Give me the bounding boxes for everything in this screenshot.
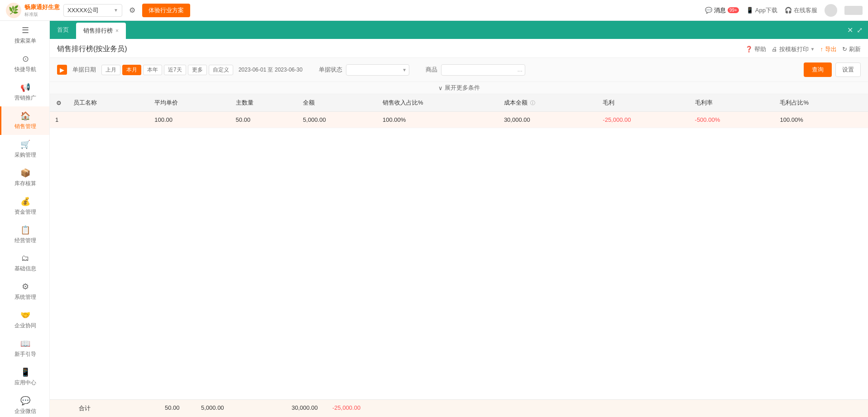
sidebar-label: 营销推广 (14, 94, 36, 102)
col-profit-ratio: 毛利占比% (774, 94, 868, 112)
footer-sales-ratio-cell (236, 404, 286, 412)
finance-icon: 💰 (20, 197, 30, 206)
date-custom-btn[interactable]: 自定义 (209, 65, 233, 75)
footer-cost: 30,000.00 (286, 404, 327, 412)
sidebar-label: 新手引导 (14, 350, 36, 358)
chevron-down-icon: ▼ (114, 8, 118, 13)
query-action-area: 查询 设置 (804, 62, 861, 77)
expand-window-icon[interactable]: ⤢ (857, 26, 863, 34)
online-service-btn[interactable]: 🎧 在线客服 (785, 6, 817, 14)
active-tab-label: 销售排行榜 (83, 27, 113, 35)
sidebar-item-guide[interactable]: 📖 新手引导 (0, 334, 49, 363)
sidebar-item-operations[interactable]: 📋 经营管理 (0, 220, 49, 249)
inventory-icon: 📦 (20, 168, 30, 178)
expand-more-btn[interactable]: ∨ 展开更多条件 (438, 84, 480, 92)
col-amount: 全额 (297, 94, 377, 112)
status-select[interactable] (346, 64, 409, 76)
settings-icon[interactable]: ⚙ (126, 4, 139, 17)
date-last-month-btn[interactable]: 上月 (101, 65, 120, 75)
sidebar-item-finance[interactable]: 💰 资金管理 (0, 192, 49, 220)
col-settings: ⚙ (50, 94, 68, 112)
date-last-7-days-btn[interactable]: 近7天 (164, 65, 186, 75)
table-header-row: ⚙ 员工名称 平均单价 主数量 全额 销售收入占比% 成本全额 ⓘ 毛利 毛利率… (50, 94, 868, 112)
sidebar-label: 采购管理 (14, 151, 36, 159)
filter-toggle-btn[interactable]: ▶ (57, 65, 67, 75)
footer-qty: 50.00 (159, 404, 196, 412)
logo-title: 畅康通好生意 (24, 3, 60, 11)
expand-bar: ∨ 展开更多条件 (50, 82, 868, 94)
cell-rank: 1 (50, 112, 68, 128)
col-cost: 成本全额 ⓘ (499, 94, 597, 112)
sidebar-item-enterprise[interactable]: 🤝 企业协同 (0, 306, 49, 334)
col-profit: 毛利 (597, 94, 689, 112)
main-layout: ☰ 搜索菜单 ⊙ 快捷导航 📢 营销推广 🏠 销售管理 🛒 采购管理 📦 库存核… (0, 21, 868, 417)
marketing-icon: 📢 (20, 82, 30, 92)
sidebar-item-app-center[interactable]: 📱 应用中心 (0, 363, 49, 391)
cell-cost: 30,000.00 (499, 112, 597, 128)
goods-input[interactable] (441, 64, 525, 76)
refresh-btn[interactable]: ↻ 刷新 (842, 45, 861, 53)
cell-profit-ratio: 100.00% (774, 112, 868, 128)
print-icon: 🖨 (772, 46, 777, 53)
sidebar-label: 销售管理 (14, 123, 36, 130)
export-label: 导出 (825, 45, 837, 53)
template-print-btn[interactable]: 🖨 按模板打印 ▼ (772, 45, 815, 53)
tab-sales-rank[interactable]: 销售排行榜 × (76, 23, 126, 39)
user-name[interactable] (844, 6, 863, 15)
online-service-label: 在线客服 (794, 6, 817, 14)
sidebar-item-purchase[interactable]: 🛒 采购管理 (0, 135, 49, 163)
sidebar-item-inventory[interactable]: 📦 库存核算 (0, 163, 49, 192)
home-tab-label: 首页 (57, 26, 69, 34)
page-title: 销售排行榜(按业务员) (57, 44, 127, 54)
tab-home[interactable]: 首页 (50, 21, 76, 39)
sidebar-item-sales[interactable]: 🏠 销售管理 (0, 106, 49, 135)
close-window-icon[interactable]: ✕ (847, 26, 853, 34)
sidebar-label: 快捷导航 (14, 66, 36, 73)
message-badge: 99+ (728, 7, 739, 13)
date-current-year-btn[interactable]: 本年 (143, 65, 162, 75)
sales-icon: 🏠 (20, 111, 30, 121)
message-area[interactable]: 💬 消息 99+ (705, 6, 739, 14)
trial-button[interactable]: 体验行业方案 (142, 4, 190, 17)
app-download-label: App下载 (755, 6, 777, 14)
logo-icon: 🌿 (5, 2, 22, 19)
sidebar-item-wechat[interactable]: 💬 企业微信 (0, 391, 49, 417)
query-button[interactable]: 查询 (804, 62, 832, 77)
page-header: 销售排行榜(按业务员) ❓ 帮助 🖨 按模板打印 ▼ ↑ 导出 (50, 39, 868, 58)
goods-filter-wrapper: 商品 … (426, 64, 525, 76)
message-icon: 💬 (705, 7, 712, 14)
sidebar-item-marketing[interactable]: 📢 营销推广 (0, 78, 49, 106)
goods-more-icon: … (517, 67, 523, 73)
sidebar-item-search-order[interactable]: ☰ 搜索菜单 (0, 21, 49, 49)
help-btn[interactable]: ❓ 帮助 (745, 45, 766, 53)
company-selector[interactable]: XXXXX公司 ▼ (63, 4, 122, 17)
col-employee: 员工名称 (68, 94, 149, 112)
table-row: 1 100.00 50.00 5,000.00 100.00% 30,000.0… (50, 112, 868, 128)
avatar[interactable] (825, 4, 837, 17)
sidebar-item-basic-info[interactable]: 🗂 基础信息 (0, 249, 49, 277)
app-download-btn[interactable]: 📱 App下载 (746, 6, 777, 14)
guide-icon: 📖 (20, 339, 30, 349)
page-content: 销售排行榜(按业务员) ❓ 帮助 🖨 按模板打印 ▼ ↑ 导出 (50, 39, 868, 417)
sidebar-label: 库存核算 (14, 180, 36, 187)
date-current-month-btn[interactable]: 本月 (122, 65, 141, 75)
sidebar-label: 企业微信 (14, 407, 36, 415)
footer-settings-cell (55, 404, 73, 412)
filter-row-1: ▶ 单据日期 上月 本月 本年 近7天 更多 自定义 2023-06-01 至 … (57, 62, 861, 77)
table-wrapper: ⚙ 员工名称 平均单价 主数量 全额 销售收入占比% 成本全额 ⓘ 毛利 毛利率… (50, 94, 868, 399)
sidebar-label: 搜索菜单 (14, 37, 36, 45)
column-settings-icon[interactable]: ⚙ (56, 100, 62, 106)
cost-info-icon[interactable]: ⓘ (530, 100, 535, 105)
company-name: XXXXX公司 (67, 6, 112, 14)
sidebar-item-system[interactable]: ⚙ 系统管理 (0, 277, 49, 306)
date-more-btn[interactable]: 更多 (188, 65, 207, 75)
chevron-down-expand-icon: ∨ (438, 85, 443, 91)
status-label: 单据状态 (319, 66, 342, 74)
question-icon: ❓ (745, 46, 753, 53)
sidebar-item-quick-nav[interactable]: ⊙ 快捷导航 (0, 49, 49, 78)
tab-close-icon[interactable]: × (115, 28, 119, 34)
settings-button[interactable]: 设置 (835, 62, 861, 77)
export-btn[interactable]: ↑ 导出 (820, 45, 837, 53)
sidebar-label: 应用中心 (14, 379, 36, 387)
cell-qty: 50.00 (230, 112, 298, 128)
